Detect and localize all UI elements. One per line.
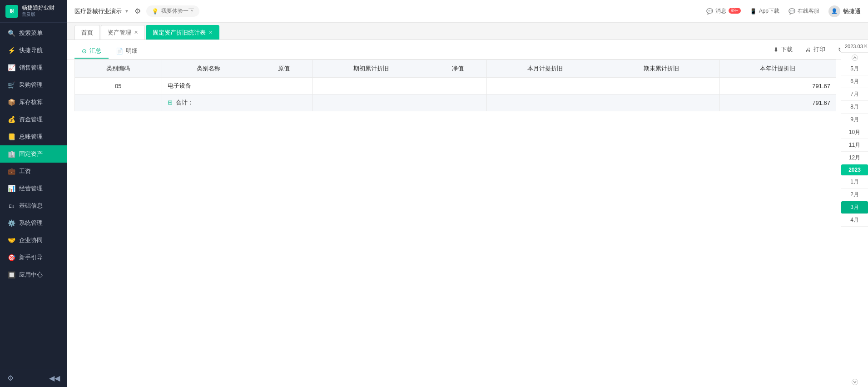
message-action[interactable]: 💬 消息 99+ [706,7,741,15]
month-3-2023[interactable]: 3月 [841,201,868,214]
download-button[interactable]: ⬇ 下载 [770,44,796,55]
search-icon: 🔍 [7,30,15,37]
sidebar-item-cooperation[interactable]: 🤝 企业协同 [0,232,67,249]
sidebar-item-fixedassets[interactable]: 🏢 固定资产 [0,145,67,163]
sidebar-item-basics-label: 基础信息 [19,202,43,210]
sidebar-item-ledger[interactable]: 📒 总账管理 [0,128,67,145]
col-name: 类别名称 [162,60,255,78]
sidebar-item-payroll-label: 工资 [19,167,31,175]
svg-point-1 [852,379,858,385]
topbar-settings-icon[interactable]: ⚙ [134,7,141,15]
month-5[interactable]: 5月 [841,63,868,75]
print-button[interactable]: 🖨 打印 [802,44,829,55]
online-service-action[interactable]: 💬 在线客服 [789,7,819,15]
sidebar-item-funds[interactable]: 💰 资金管理 [0,111,67,128]
logo-icon: 财 [5,5,18,18]
collapse-sidebar-icon[interactable]: ◀◀ [49,374,60,382]
sidebar-item-inventory[interactable]: 📦 库存核算 [0,94,67,111]
sidebar-item-apps[interactable]: 🔲 应用中心 [0,266,67,283]
table-row: 05 电子设备 791.67 [75,78,836,94]
quicknav-icon: ⚡ [7,47,15,54]
user-avatar: 👤 [828,5,840,17]
topbar: 医疗器械行业演示 ▼ ⚙ 💡 我要体验一下 💬 消息 99+ 📱 App下载 💬… [67,0,868,23]
sidebar-item-apps-label: 应用中心 [19,271,43,279]
col-net-value: 净值 [429,60,487,78]
scroll-down-button[interactable] [841,377,868,387]
app-download-action[interactable]: 📱 App下载 [750,7,779,15]
system-icon: ⚙️ [7,219,15,227]
panel-months: 5月 6月 7月 8月 9月 10月 11月 12月 2023 1月 2月 3月… [841,63,868,377]
print-icon: 🖨 [805,46,811,53]
funds-icon: 💰 [7,116,15,123]
experience-btn[interactable]: 💡 我要体验一下 [146,5,199,17]
year-2023-badge[interactable]: 2023 [841,164,868,176]
sidebar-item-quicknav[interactable]: ⚡ 快捷导航 [0,42,67,59]
month-1-2023[interactable]: 1月 [841,176,868,189]
subtab-detail-label: 明细 [126,47,138,55]
total-label-cell [75,94,162,111]
sidebar-item-payroll[interactable]: 💼 工资 [0,163,67,180]
topbar-left: 医疗器械行业演示 ▼ ⚙ 💡 我要体验一下 [74,5,199,17]
download-icon: ⬇ [774,46,779,53]
total-expand-icon[interactable]: ⊞ [168,99,173,106]
tab-depreciation-table[interactable]: 固定资产折旧统计表 ✕ [146,25,219,40]
sidebar-item-guide-label: 新手引导 [19,253,43,262]
total-closing [603,94,719,111]
month-10[interactable]: 10月 [841,126,868,139]
month-12[interactable]: 12月 [841,152,868,164]
subtab-detail[interactable]: 📄 明细 [109,44,145,59]
sidebar-item-fixedassets-label: 固定资产 [19,150,43,158]
month-2-2023[interactable]: 2月 [841,189,868,201]
tab-asset-mgmt-label: 资产管理 [108,29,131,37]
row-closing [603,78,719,94]
ledger-icon: 📒 [7,133,15,140]
month-8[interactable]: 8月 [841,101,868,114]
inventory-icon: 📦 [7,99,15,106]
company-selector[interactable]: 医疗器械行业演示 ▼ [74,7,129,15]
total-original [255,94,313,111]
sidebar-item-search[interactable]: 🔍 搜索菜单 [0,25,67,42]
sidebar-item-system[interactable]: ⚙️ 系统管理 [0,214,67,232]
sidebar-item-inventory-label: 库存核算 [19,98,43,106]
tab-asset-mgmt[interactable]: 资产管理 ✕ [101,25,145,40]
total-annual: 791.67 [719,94,836,111]
tab-depreciation-close[interactable]: ✕ [208,30,213,35]
tabbar: 首页 资产管理 ✕ 固定资产折旧统计表 ✕ [67,23,868,40]
total-net [429,94,487,111]
row-code: 05 [75,78,162,94]
scroll-up-button[interactable] [841,60,868,63]
logo-text: 畅捷通好业财 [22,5,55,12]
sidebar-item-guide[interactable]: 🎯 新手引导 [0,249,67,266]
settings-bottom-icon[interactable]: ⚙ [7,374,14,382]
month-6[interactable]: 6月 [841,75,868,88]
company-name: 医疗器械行业演示 [74,7,122,15]
sidebar-item-funds-label: 资金管理 [19,115,43,124]
sidebar-item-purchase[interactable]: 🛒 采购管理 [0,76,67,94]
sidebar-item-operations[interactable]: 📊 经营管理 [0,180,67,197]
company-dropdown-icon: ▼ [124,9,129,14]
app-download-icon: 📱 [750,8,757,15]
row-opening-dep [313,78,429,94]
subtabs: ⊙ 汇总 📄 明细 [74,40,145,59]
col-monthly-dep: 本月计提折旧 [487,60,603,78]
sidebar-item-basics[interactable]: 🗂 基础信息 [0,197,67,214]
row-annual: 791.67 [719,78,836,94]
cooperation-icon: 🤝 [7,237,15,244]
month-9[interactable]: 9月 [841,114,868,126]
month-11[interactable]: 11月 [841,139,868,152]
tab-home[interactable]: 首页 [74,25,100,40]
main: 医疗器械行业演示 ▼ ⚙ 💡 我要体验一下 💬 消息 99+ 📱 App下载 💬… [67,0,868,387]
fixedassets-icon: 🏢 [7,150,15,158]
tab-asset-mgmt-close[interactable]: ✕ [134,30,138,35]
content-area: ⊙ 汇总 📄 明细 ⬇ 下载 🖨 打印 ↻ [67,40,868,387]
user-menu[interactable]: 👤 畅捷通 [828,5,861,17]
sidebar-item-sales-label: 销售管理 [19,64,43,72]
sidebar-item-sales[interactable]: 📈 销售管理 [0,59,67,76]
subtab-summary[interactable]: ⊙ 汇总 [74,44,109,59]
print-label: 打印 [813,45,825,54]
sidebar-item-ledger-label: 总账管理 [19,133,43,141]
month-7[interactable]: 7月 [841,88,868,101]
total-row: ⊞ 合计： 791.67 [75,94,836,111]
online-service-icon: 💬 [789,8,795,15]
month-4-2023[interactable]: 4月 [841,214,868,227]
